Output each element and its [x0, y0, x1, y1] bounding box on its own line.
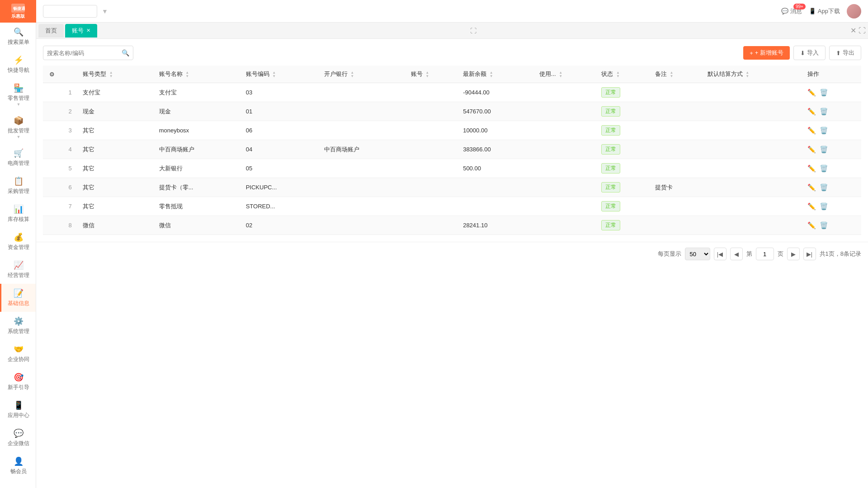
tab-expand-icon[interactable]: ⛶	[470, 27, 476, 35]
retail-expand-icon: ▼	[17, 102, 21, 107]
row-settlement-cell	[704, 140, 804, 159]
edit-icon[interactable]: ✏️	[807, 89, 816, 97]
sidebar-item-ecommerce-label: 电商管理	[8, 160, 29, 167]
row-remark-cell	[651, 197, 704, 216]
sidebar-item-inventory-label: 库存核算	[8, 216, 29, 223]
th-settlement[interactable]: 默认结算方式 ▲▼	[704, 66, 804, 83]
row-remark-cell	[651, 83, 704, 102]
th-bank[interactable]: 开户银行 ▲▼	[321, 66, 407, 83]
quick-nav-icon: ⚡	[14, 55, 24, 65]
sidebar-item-quick-nav[interactable]: ⚡ 快捷导航	[0, 51, 36, 79]
delete-icon[interactable]: 🗑️	[820, 221, 828, 230]
th-account-no[interactable]: 账号 ▲▼	[407, 66, 460, 83]
edit-icon[interactable]: ✏️	[807, 221, 816, 230]
delete-icon[interactable]: 🗑️	[820, 127, 828, 135]
delete-icon[interactable]: 🗑️	[820, 108, 828, 116]
page-size-select[interactable]: 50 20 100	[685, 248, 710, 260]
row-type-cell: 其它	[79, 121, 156, 140]
app-download-icon: 📱	[809, 8, 816, 14]
row-settlement-cell	[704, 178, 804, 197]
th-action: 操作	[804, 66, 861, 83]
table-row: 6 其它 提货卡（零... PICKUPC... 正常 提货卡 ✏️ 🗑️	[43, 178, 861, 197]
row-action-cell: ✏️ 🗑️	[804, 121, 861, 140]
user-avatar[interactable]	[847, 4, 861, 19]
th-remark[interactable]: 备注 ▲▼	[651, 66, 704, 83]
enterprise-icon: 🤝	[14, 344, 24, 354]
row-status-cell: 正常	[598, 159, 651, 178]
edit-icon[interactable]: ✏️	[807, 127, 816, 135]
top-search-dropdown-icon[interactable]: ▼	[102, 8, 108, 15]
sidebar-item-capital[interactable]: 💰 资金管理	[0, 228, 36, 256]
sidebar-item-ecommerce[interactable]: 🛒 电商管理	[0, 144, 36, 172]
edit-icon[interactable]: ✏️	[807, 145, 816, 154]
row-bank-cell: 中百商场账户	[321, 140, 407, 159]
page-text: 第	[746, 250, 752, 258]
sidebar-item-purchase[interactable]: 📋 采购管理	[0, 172, 36, 200]
sidebar-item-system[interactable]: ⚙️ 系统管理	[0, 312, 36, 340]
search-menu-icon: 🔍	[14, 27, 24, 37]
sidebar-item-guide[interactable]: 🎯 新手引导	[0, 368, 36, 396]
maximize-tab-icon[interactable]: ⛶	[859, 27, 866, 35]
sidebar-item-basic-info[interactable]: 📝 基础信息	[0, 284, 36, 312]
import-button[interactable]: ⬇ 导入	[793, 46, 826, 60]
add-account-button[interactable]: + + 新增账号	[743, 46, 790, 60]
operations-icon: 📈	[14, 260, 24, 270]
edit-icon[interactable]: ✏️	[807, 164, 816, 173]
svg-text:畅捷通: 畅捷通	[13, 6, 25, 11]
sidebar-item-inventory[interactable]: 📊 库存核算	[0, 200, 36, 228]
app-download-button[interactable]: 📱 App下载	[809, 7, 840, 15]
prev-page-button[interactable]: ◀	[730, 248, 743, 260]
delete-icon[interactable]: 🗑️	[820, 183, 828, 192]
sidebar-item-search-menu[interactable]: 🔍 搜索菜单	[0, 23, 36, 51]
edit-icon[interactable]: ✏️	[807, 202, 816, 211]
search-input[interactable]	[47, 50, 119, 56]
tab-home[interactable]: 首页	[38, 24, 64, 38]
row-bank-cell	[321, 159, 407, 178]
th-usage[interactable]: 使用... ▲▼	[536, 66, 598, 83]
sidebar-item-enterprise[interactable]: 🤝 企业协同	[0, 340, 36, 368]
toolbar: 🔍 + + 新增账号 ⬇ 导入 ⬆ 导出	[43, 46, 861, 60]
th-settings[interactable]: ⚙	[43, 66, 61, 83]
tab-account[interactable]: 账号 ✕	[65, 24, 97, 38]
row-account-cell	[407, 216, 460, 235]
message-button[interactable]: 💬 消息 99+	[781, 7, 802, 15]
first-page-button[interactable]: |◀	[714, 248, 726, 260]
tab-account-close-icon[interactable]: ✕	[86, 28, 90, 33]
th-account-name[interactable]: 账号名称 ▲▼	[156, 66, 242, 83]
sidebar-item-retail[interactable]: 🏪 零售管理 ▼	[0, 79, 36, 111]
sort-settlement-icon: ▲▼	[745, 71, 749, 78]
th-balance[interactable]: 最新余额 ▲▼	[459, 66, 536, 83]
member-icon: 👤	[14, 456, 24, 466]
sidebar-item-member[interactable]: 👤 畅会员	[0, 452, 36, 480]
delete-icon[interactable]: 🗑️	[820, 202, 828, 211]
delete-icon[interactable]: 🗑️	[820, 145, 828, 154]
row-balance-cell	[459, 197, 536, 216]
app-subtitle: 乐惠版	[11, 14, 25, 19]
close-tab-icon[interactable]: ✕	[850, 26, 856, 35]
row-settings-cell	[43, 159, 61, 178]
delete-icon[interactable]: 🗑️	[820, 164, 828, 173]
th-account-code[interactable]: 账号编码 ▲▼	[242, 66, 321, 83]
top-search-input[interactable]	[43, 5, 97, 18]
system-icon: ⚙️	[14, 316, 24, 326]
page-input[interactable]	[756, 248, 774, 260]
search-icon[interactable]: 🔍	[122, 49, 129, 56]
sidebar-item-wholesale[interactable]: 📦 批发管理 ▼	[0, 111, 36, 144]
th-account-type[interactable]: 账号类型 ▲▼	[79, 66, 156, 83]
delete-icon[interactable]: 🗑️	[820, 89, 828, 97]
next-page-button[interactable]: ▶	[787, 248, 800, 260]
row-settings-cell	[43, 83, 61, 102]
sidebar-item-operations[interactable]: 📈 经营管理	[0, 256, 36, 284]
last-page-button[interactable]: ▶|	[803, 248, 816, 260]
edit-icon[interactable]: ✏️	[807, 183, 816, 192]
sidebar-item-appcenter[interactable]: 📱 应用中心	[0, 396, 36, 424]
wechat-icon: 💬	[14, 428, 24, 438]
sidebar-item-wechat[interactable]: 💬 企业微信	[0, 424, 36, 452]
export-button[interactable]: ⬆ 导出	[829, 46, 861, 60]
row-name-cell: moneybosx	[156, 121, 242, 140]
row-remark-cell	[651, 216, 704, 235]
row-name-cell: 大新银行	[156, 159, 242, 178]
edit-icon[interactable]: ✏️	[807, 108, 816, 116]
th-status[interactable]: 状态 ▲▼	[598, 66, 651, 83]
row-remark-cell	[651, 121, 704, 140]
